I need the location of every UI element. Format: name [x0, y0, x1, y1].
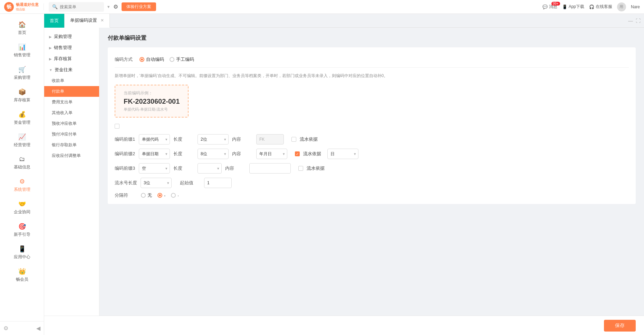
- prefix2-select[interactable]: 单据日期 单据代码 部门 空: [139, 149, 170, 159]
- prefix1-content-input[interactable]: [256, 134, 284, 145]
- serial-length-label: 流水号长度: [115, 180, 137, 186]
- footer-collapse-icon[interactable]: ◀: [36, 325, 40, 332]
- prefix3-serial-label: 流水依据: [307, 165, 325, 171]
- serial-length-select[interactable]: 3位 4位 5位: [141, 178, 172, 188]
- sidebar-item-sales[interactable]: 📊 销售管理: [2, 40, 42, 62]
- start-value-input[interactable]: [204, 178, 232, 188]
- sidebar-item-operations[interactable]: 📈 经营管理: [2, 130, 42, 151]
- sidebar-item-corp[interactable]: 🤝 企业协同: [2, 197, 42, 218]
- prefix3-select-wrap[interactable]: 空 单据代码 部门: [139, 163, 170, 174]
- sub-item-prepay-pay[interactable]: 预付冲应付单: [44, 129, 99, 140]
- prefix3-length-wrap[interactable]: [198, 163, 222, 174]
- tab-maximize-icon[interactable]: ⛶: [636, 18, 641, 24]
- sidebar-item-basic-label: 基础信息: [14, 164, 30, 170]
- prefix3-select[interactable]: 空 单据代码 部门: [139, 163, 170, 174]
- dropdown-arrow[interactable]: ▾: [107, 4, 110, 9]
- message-btn[interactable]: 💬 消息 99+: [542, 4, 557, 10]
- prefix1-content-label: 内容: [232, 136, 253, 142]
- prefix1-length-wrap[interactable]: 2位 3位 4位: [198, 134, 229, 145]
- sidebar-item-home[interactable]: 🏠 首页: [2, 17, 42, 39]
- sub-group-inventory-title[interactable]: ▶ 库存核算: [44, 53, 99, 64]
- sidebar-item-guide[interactable]: 🎯 新手引导: [2, 219, 42, 241]
- app-center-icon: 📱: [18, 245, 26, 253]
- system-icon: ⚙: [19, 178, 25, 185]
- prefix2-unit-wrap[interactable]: 日 月 年: [327, 149, 358, 159]
- prefix2-content-wrap[interactable]: 年月日 年月 年: [256, 149, 287, 159]
- sub-item-payment[interactable]: 付款单: [44, 86, 99, 97]
- prefix1-select[interactable]: 单据代码 部门 业务员 空: [139, 134, 170, 145]
- sub-group-purchase-title[interactable]: ▶ 采购管理: [44, 31, 99, 42]
- save-button[interactable]: 保存: [604, 320, 636, 332]
- sidebar-item-app[interactable]: 📱 应用中心: [2, 242, 42, 263]
- sidebar-item-vip[interactable]: 👑 畅会员: [2, 264, 42, 286]
- sub-item-other-income[interactable]: 其他收入单: [44, 108, 99, 118]
- sub-item-expense[interactable]: 费用支出单: [44, 97, 99, 108]
- prefix1-select-wrap[interactable]: 单据代码 部门 业务员 空: [139, 134, 170, 145]
- user-avatar[interactable]: 用: [617, 2, 626, 11]
- search-bar[interactable]: 🔍: [49, 2, 104, 12]
- sep-dash-radio[interactable]: [157, 193, 162, 198]
- sub-item-bank-deposit[interactable]: 银行存取款单: [44, 140, 99, 150]
- prefix2-content-select[interactable]: 年月日 年月 年: [256, 149, 287, 159]
- chevron-inventory-icon: ▶: [49, 57, 52, 61]
- sidebar-item-system[interactable]: ⚙ 系统管理: [2, 174, 42, 196]
- prefix2-length-select[interactable]: 8位 6位 4位: [198, 149, 229, 159]
- radio-auto[interactable]: 自动编码: [140, 56, 164, 63]
- preview-sub: 单据代码-单据日期-流水号: [124, 107, 180, 112]
- tab-minimize-icon[interactable]: —: [628, 18, 633, 24]
- prefix2-select-wrap[interactable]: 单据日期 单据代码 部门 空: [139, 149, 170, 159]
- chevron-sales-icon: ▶: [49, 46, 52, 50]
- divider: [44, 3, 44, 10]
- sep-dash-label: -: [164, 193, 165, 198]
- sep-none-item[interactable]: 无: [141, 192, 152, 198]
- vip-icon: 👑: [18, 268, 26, 275]
- logo-icon: 畅: [4, 2, 14, 12]
- prefix3-serial-checkbox[interactable]: [298, 166, 303, 171]
- online-service-btn[interactable]: 🎧 在线客服: [589, 4, 612, 10]
- tab-serial-setting[interactable]: 单据编码设置 ✕: [65, 14, 110, 28]
- sub-item-receipt[interactable]: 收款单: [44, 75, 99, 86]
- sidebar-item-purchase-label: 采购管理: [14, 75, 30, 81]
- prefix2-unit-select[interactable]: 日 月 年: [327, 149, 358, 159]
- search-input[interactable]: [60, 4, 87, 9]
- prefix2-serial-checkbox[interactable]: ✓: [295, 151, 300, 156]
- prefix1-length-select[interactable]: 2位 3位 4位: [198, 134, 229, 145]
- settings-icon[interactable]: ⚙: [113, 3, 118, 10]
- footer-settings-icon[interactable]: ⚙: [3, 325, 8, 332]
- sep-dot-radio[interactable]: [171, 193, 176, 198]
- prefix2-length-label: 长度: [173, 151, 194, 157]
- message-count: 99+: [551, 2, 560, 6]
- radio-auto-input[interactable]: [140, 57, 144, 62]
- app-download-btn[interactable]: 📱 App下载: [562, 4, 584, 10]
- sidebar-item-inventory[interactable]: 📦 库存核算: [2, 85, 42, 106]
- radio-manual-input[interactable]: [170, 57, 174, 62]
- prefix2-length-wrap[interactable]: 8位 6位 4位: [198, 149, 229, 159]
- tab-home[interactable]: 首页: [44, 14, 65, 28]
- sidebar-item-purchase[interactable]: 🛒 采购管理: [2, 62, 42, 84]
- auto-fill-checkbox[interactable]: [115, 124, 119, 129]
- sub-group-sales-title[interactable]: ▶ 销售管理: [44, 42, 99, 53]
- sep-dash-item[interactable]: -: [157, 193, 165, 198]
- sep-none-radio[interactable]: [141, 193, 146, 198]
- corp-icon: 🤝: [18, 200, 26, 208]
- trial-btn[interactable]: 体验行业方案: [122, 2, 156, 11]
- prefix3-content-input[interactable]: [249, 163, 291, 174]
- sidebar-item-finance[interactable]: 💰 资金管理: [2, 107, 42, 129]
- prefix3-length-select[interactable]: [198, 163, 222, 174]
- home-icon: 🏠: [18, 21, 26, 28]
- radio-manual[interactable]: 手工编码: [170, 56, 194, 63]
- message-icon: 💬: [542, 4, 548, 9]
- sub-group-inventory: ▶ 库存核算: [44, 53, 99, 64]
- prefix1-serial-checkbox[interactable]: [291, 137, 296, 142]
- tab-close-icon[interactable]: ✕: [100, 18, 104, 23]
- serial-length-wrap[interactable]: 3位 4位 5位: [141, 178, 172, 188]
- radio-auto-label: 自动编码: [146, 56, 164, 63]
- serial-row: 流水号长度 3位 4位 5位 起始值: [115, 178, 629, 188]
- sub-group-finance-title[interactable]: ▼ 资金往来: [44, 64, 99, 75]
- page-content: ▶ 采购管理 ▶ 销售管理 ▶ 库存核算: [44, 28, 644, 316]
- sub-item-ap-adjust[interactable]: 应收应付调整单: [44, 150, 99, 161]
- sep-dot-item[interactable]: ·: [171, 193, 179, 198]
- sidebar-item-basic[interactable]: 🗂 基础信息: [2, 152, 42, 174]
- sub-group-inventory-label: 库存核算: [54, 56, 72, 62]
- sub-item-prepay-receive[interactable]: 预收冲应收单: [44, 118, 99, 129]
